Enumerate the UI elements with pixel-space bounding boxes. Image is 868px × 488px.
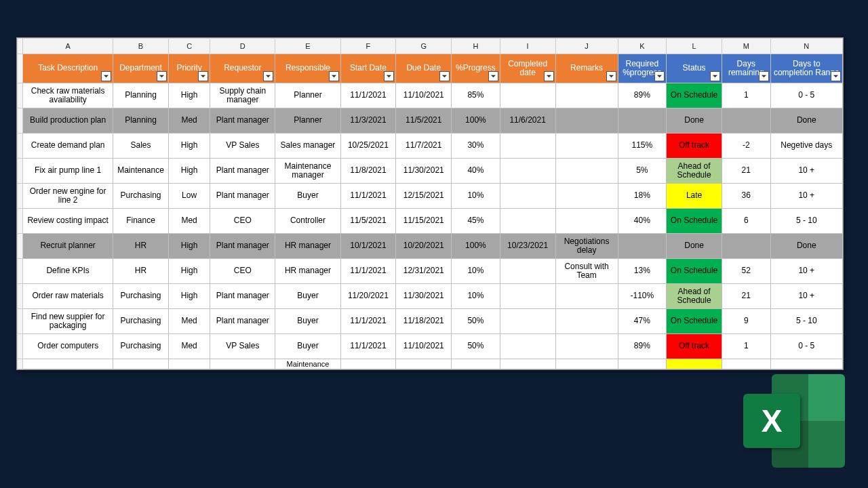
cell[interactable] (340, 359, 396, 369)
cell[interactable]: 11/1/2021 (340, 334, 396, 359)
cell[interactable]: 12/31/2021 (396, 259, 452, 284)
column-letter[interactable]: L (667, 39, 722, 54)
cell[interactable] (500, 259, 555, 284)
cell[interactable]: 0 - 5 (770, 83, 842, 108)
cell[interactable]: Buyer (275, 184, 340, 209)
cell[interactable]: Sales manager (275, 134, 340, 159)
cell[interactable]: Med (168, 309, 210, 334)
cell[interactable]: High (168, 159, 210, 184)
cell[interactable]: 45% (452, 209, 500, 234)
filter-dropdown-icon[interactable] (710, 71, 720, 81)
cell[interactable]: 18% (618, 184, 667, 209)
cell[interactable]: Ahead of Schedule (667, 159, 722, 184)
cell[interactable] (555, 359, 618, 369)
filter-dropdown-icon[interactable] (198, 71, 208, 81)
cell[interactable]: 11/5/2021 (396, 108, 452, 134)
cell[interactable] (722, 234, 770, 259)
cell[interactable]: 11/1/2021 (340, 83, 396, 108)
cell[interactable]: 11/20/2021 (340, 284, 396, 309)
cell[interactable]: On Schedule (667, 309, 722, 334)
cell[interactable]: 11/3/2021 (340, 108, 396, 134)
filter-dropdown-icon[interactable] (606, 71, 616, 81)
cell[interactable]: Plant manager (210, 234, 275, 259)
cell[interactable]: Order computers (23, 334, 113, 359)
cell[interactable]: Plant manager (210, 159, 275, 184)
cell[interactable]: -110% (618, 284, 667, 309)
cell[interactable]: 11/1/2021 (340, 259, 396, 284)
cell[interactable]: Plant manager (210, 309, 275, 334)
cell[interactable]: Maintenance manager (275, 159, 340, 184)
cell[interactable]: 11/15/2021 (396, 209, 452, 234)
cell[interactable]: Done (667, 234, 722, 259)
cell[interactable] (618, 234, 667, 259)
column-letter[interactable]: K (618, 39, 667, 54)
cell[interactable]: 11/18/2021 (396, 309, 452, 334)
column-letter[interactable]: I (500, 39, 555, 54)
cell[interactable] (555, 309, 618, 334)
cell[interactable]: Low (168, 184, 210, 209)
column-header[interactable]: Requestor (210, 54, 275, 83)
column-letter[interactable]: J (555, 39, 618, 54)
cell[interactable]: Consult with Team (555, 259, 618, 284)
column-header[interactable]: Days remaining (722, 54, 770, 83)
cell[interactable]: Med (168, 108, 210, 134)
column-header[interactable]: Department (113, 54, 169, 83)
cell[interactable] (555, 83, 618, 108)
cell[interactable]: High (168, 83, 210, 108)
cell[interactable] (555, 334, 618, 359)
cell[interactable]: HR (113, 259, 169, 284)
cell[interactable] (618, 359, 667, 369)
cell[interactable]: 11/1/2021 (340, 184, 396, 209)
cell[interactable]: Order new engine for line 2 (23, 184, 113, 209)
column-header[interactable]: Due Date (396, 54, 452, 83)
cell[interactable]: CEO (210, 209, 275, 234)
row-header[interactable] (18, 359, 23, 369)
cell[interactable]: VP Sales (210, 134, 275, 159)
cell[interactable]: 10/20/2021 (396, 234, 452, 259)
cell[interactable]: Purchasing (113, 334, 169, 359)
filter-dropdown-icon[interactable] (488, 71, 498, 81)
cell[interactable]: HR (113, 234, 169, 259)
filter-dropdown-icon[interactable] (101, 71, 111, 81)
row-header[interactable] (18, 134, 23, 159)
spreadsheet[interactable]: ABCDEFGHIJKLMNTask DescriptionDepartment… (16, 37, 844, 370)
column-header[interactable]: Responsible (275, 54, 340, 83)
column-header[interactable]: Days to completion Range (770, 54, 842, 83)
cell[interactable]: Find new suppier for packaging (23, 309, 113, 334)
column-letter[interactable]: N (770, 39, 842, 54)
cell[interactable] (618, 108, 667, 134)
cell[interactable]: 10 + (770, 184, 842, 209)
cell[interactable]: High (168, 284, 210, 309)
cell[interactable]: Off track (667, 334, 722, 359)
row-header[interactable] (18, 54, 23, 83)
cell[interactable] (500, 83, 555, 108)
cell[interactable]: Late (667, 184, 722, 209)
cell[interactable]: 10% (452, 259, 500, 284)
cell[interactable] (555, 184, 618, 209)
column-letter[interactable]: E (275, 39, 340, 54)
cell[interactable]: 11/5/2021 (340, 209, 396, 234)
cell[interactable]: Off track (667, 134, 722, 159)
cell[interactable] (500, 284, 555, 309)
cell[interactable]: 89% (618, 334, 667, 359)
cell[interactable]: On Schedule (667, 209, 722, 234)
cell[interactable]: 9 (722, 309, 770, 334)
cell[interactable]: 40% (452, 159, 500, 184)
cell[interactable]: Buyer (275, 284, 340, 309)
cell[interactable]: Finance (113, 209, 169, 234)
cell[interactable]: 1 (722, 334, 770, 359)
cell[interactable]: Purchasing (113, 284, 169, 309)
filter-dropdown-icon[interactable] (759, 71, 769, 81)
cell[interactable]: 50% (452, 334, 500, 359)
cell[interactable]: 36 (722, 184, 770, 209)
cell[interactable]: Define KPIs (23, 259, 113, 284)
cell[interactable]: 47% (618, 309, 667, 334)
cell[interactable] (500, 334, 555, 359)
cell[interactable]: 40% (618, 209, 667, 234)
cell[interactable]: 50% (452, 309, 500, 334)
column-header[interactable]: Start Date (340, 54, 396, 83)
cell[interactable] (555, 209, 618, 234)
cell[interactable]: Negotiations delay (555, 234, 618, 259)
cell[interactable]: HR manager (275, 234, 340, 259)
filter-dropdown-icon[interactable] (384, 71, 394, 81)
